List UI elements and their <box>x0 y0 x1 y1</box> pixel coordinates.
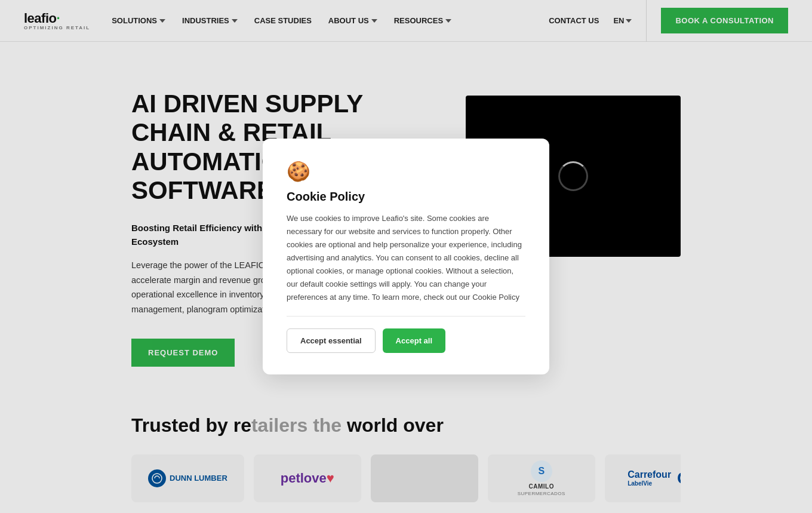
accept-all-button[interactable]: Accept all <box>383 328 445 353</box>
cookie-modal: 🍪 Cookie Policy We use cookies to improv… <box>263 139 549 375</box>
cookie-overlay: 🍪 Cookie Policy We use cookies to improv… <box>0 0 812 502</box>
cookie-body: We use cookies to improve Leafio's site.… <box>287 212 525 305</box>
cookie-actions: Accept essential Accept all <box>287 328 525 353</box>
cookie-icon: 🍪 <box>287 160 525 183</box>
accept-essential-button[interactable]: Accept essential <box>287 328 376 353</box>
cookie-divider <box>287 316 525 317</box>
cookie-title: Cookie Policy <box>287 190 525 204</box>
